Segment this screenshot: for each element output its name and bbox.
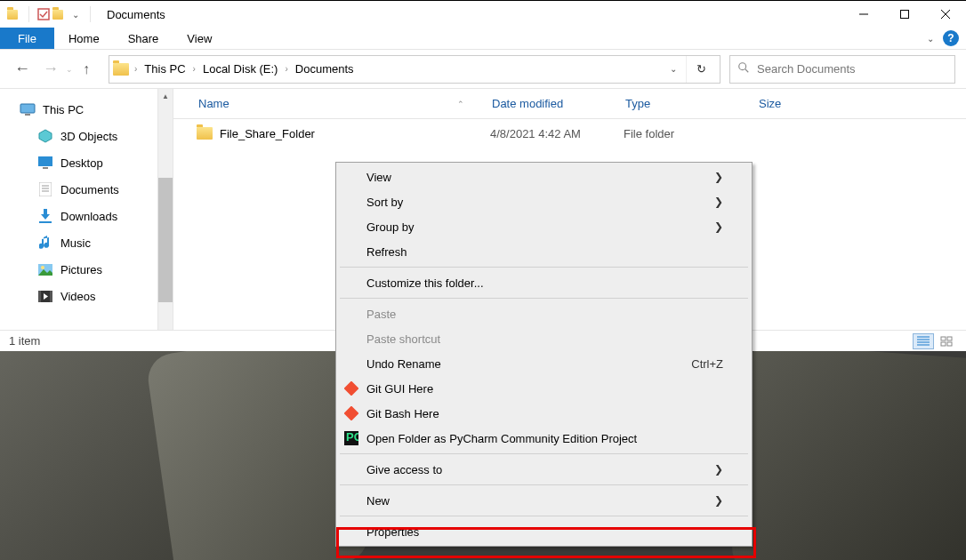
close-button[interactable]	[925, 1, 966, 28]
breadcrumb-segment[interactable]: Documents	[290, 56, 359, 83]
menu-label: Properties	[366, 525, 419, 539]
svg-rect-10	[38, 156, 52, 166]
svg-marker-9	[39, 130, 52, 142]
chevron-right-icon[interactable]: ›	[191, 64, 197, 74]
minimize-button[interactable]	[843, 1, 884, 28]
view-details-button[interactable]	[913, 333, 934, 349]
menu-separator	[340, 516, 748, 516]
tree-item-this-pc[interactable]: This PC	[0, 96, 173, 123]
tree-item-desktop[interactable]: Desktop	[0, 149, 173, 176]
address-bar[interactable]: › This PC › Local Disk (E:) › Documents …	[109, 55, 720, 84]
ribbon-file-tab[interactable]: File	[0, 28, 54, 49]
back-button[interactable]: ←	[9, 56, 36, 83]
context-menu-undo-rename[interactable]: Undo RenameCtrl+Z	[338, 351, 750, 376]
svg-rect-16	[39, 221, 52, 223]
address-chevron-icon[interactable]: ⌄	[663, 64, 684, 74]
nav-pane-scrollbar[interactable]: ▲ ▼	[157, 89, 173, 351]
tree-item-music[interactable]: Music	[0, 229, 173, 256]
svg-point-18	[41, 266, 44, 269]
divider	[28, 6, 29, 22]
chevron-right-icon[interactable]: ›	[283, 64, 289, 74]
tree-item-3d-objects[interactable]: 3D Objects	[0, 123, 173, 149]
svg-rect-28	[941, 337, 946, 340]
menu-label: New	[366, 494, 390, 508]
navigation-row: ← → ⌄ ↑ › This PC › Local Disk (E:) › Do…	[0, 50, 966, 89]
view-large-icons-button[interactable]	[936, 333, 957, 349]
scroll-up-button[interactable]: ▲	[158, 89, 173, 104]
file-row[interactable]: File_Share_Folder 4/8/2021 4:42 AM File …	[173, 119, 966, 148]
tree-item-downloads[interactable]: Downloads	[0, 203, 173, 229]
svg-point-5	[739, 63, 746, 70]
column-headers: Name⌃ Date modified Type Size	[173, 89, 966, 119]
ribbon-tabs: File Home Share View ⌄ ?	[0, 28, 966, 50]
context-menu-pycharm[interactable]: PCOpen Folder as PyCharm Community Editi…	[338, 426, 750, 451]
file-type: File folder	[616, 127, 750, 140]
context-menu-sort-by[interactable]: Sort by❯	[338, 189, 750, 214]
context-menu-view[interactable]: View❯	[338, 164, 750, 189]
pycharm-icon: PC	[343, 430, 359, 446]
window-title: Documents	[98, 8, 165, 21]
svg-rect-2	[901, 11, 909, 19]
tree-label: This PC	[43, 103, 84, 116]
context-menu-group-by[interactable]: Group by❯	[338, 214, 750, 239]
tree-label: Documents	[60, 183, 119, 196]
menu-label: Group by	[366, 220, 414, 234]
context-menu-git-gui[interactable]: Git GUI Here	[338, 376, 750, 401]
context-menu-customize[interactable]: Customize this folder...	[338, 270, 750, 295]
tree-item-pictures[interactable]: Pictures	[0, 256, 173, 283]
qat-properties-icon[interactable]	[36, 7, 51, 21]
wallpaper-rock	[730, 351, 966, 560]
qat-dropdown-icon[interactable]: ⌄	[68, 10, 83, 20]
submenu-arrow-icon: ❯	[714, 463, 723, 476]
column-header-size[interactable]: Size	[750, 89, 839, 118]
search-input[interactable]: Search Documents	[729, 55, 955, 84]
tree-label: Videos	[60, 290, 96, 303]
ribbon-collapse-icon[interactable]: ⌄	[923, 34, 938, 44]
submenu-arrow-icon: ❯	[714, 171, 723, 183]
menu-separator	[340, 267, 748, 268]
menu-label: Customize this folder...	[366, 276, 484, 290]
context-menu-refresh[interactable]: Refresh	[338, 239, 750, 264]
context-menu-properties[interactable]: Properties	[338, 519, 750, 544]
menu-label: Git Bash Here	[366, 407, 439, 420]
context-menu-git-bash[interactable]: Git Bash Here	[338, 401, 750, 426]
context-menu-give-access[interactable]: Give access to❯	[338, 457, 750, 482]
maximize-button[interactable]	[884, 1, 925, 28]
pictures-icon	[37, 261, 53, 277]
ribbon-tab-view[interactable]: View	[173, 28, 226, 49]
tree-label: Downloads	[60, 210, 117, 223]
navigation-pane: This PC 3D Objects Desktop Documents Dow…	[0, 89, 173, 351]
column-header-type[interactable]: Type	[616, 89, 750, 118]
menu-shortcut: Ctrl+Z	[691, 357, 723, 371]
ribbon-tab-share[interactable]: Share	[114, 28, 173, 49]
file-name: File_Share_Folder	[220, 127, 315, 140]
tree-item-videos[interactable]: Videos	[0, 283, 173, 309]
videos-icon	[37, 288, 53, 304]
refresh-button[interactable]: ↻	[686, 56, 716, 83]
menu-label: Give access to	[366, 463, 442, 476]
context-menu: View❯ Sort by❯ Group by❯ Refresh Customi…	[335, 162, 753, 547]
qat-newfolder-icon[interactable]	[52, 7, 67, 21]
breadcrumb-segment[interactable]: Local Disk (E:)	[197, 56, 284, 83]
context-menu-new[interactable]: New❯	[338, 488, 750, 513]
svg-rect-32	[344, 381, 358, 396]
column-header-name[interactable]: Name⌃	[189, 89, 483, 118]
tree-item-documents[interactable]: Documents	[0, 176, 173, 203]
ribbon-tab-home[interactable]: Home	[54, 28, 114, 49]
up-button[interactable]: ↑	[75, 58, 98, 81]
title-bar: ⌄ Documents	[0, 1, 966, 28]
forward-button[interactable]: →	[37, 56, 64, 83]
file-date: 4/8/2021 4:42 AM	[483, 127, 616, 140]
menu-separator	[340, 298, 748, 299]
context-menu-paste-shortcut: Paste shortcut	[338, 326, 750, 351]
desktop-icon	[37, 155, 53, 171]
column-header-date[interactable]: Date modified	[483, 89, 616, 118]
divider	[90, 6, 91, 22]
context-menu-paste: Paste	[338, 301, 750, 326]
help-icon[interactable]: ?	[943, 30, 959, 46]
breadcrumb-segment[interactable]: This PC	[139, 56, 190, 83]
history-dropdown-icon[interactable]: ⌄	[66, 65, 73, 74]
svg-rect-33	[344, 406, 358, 420]
chevron-right-icon[interactable]: ›	[133, 64, 139, 74]
scroll-thumb[interactable]	[158, 178, 173, 302]
